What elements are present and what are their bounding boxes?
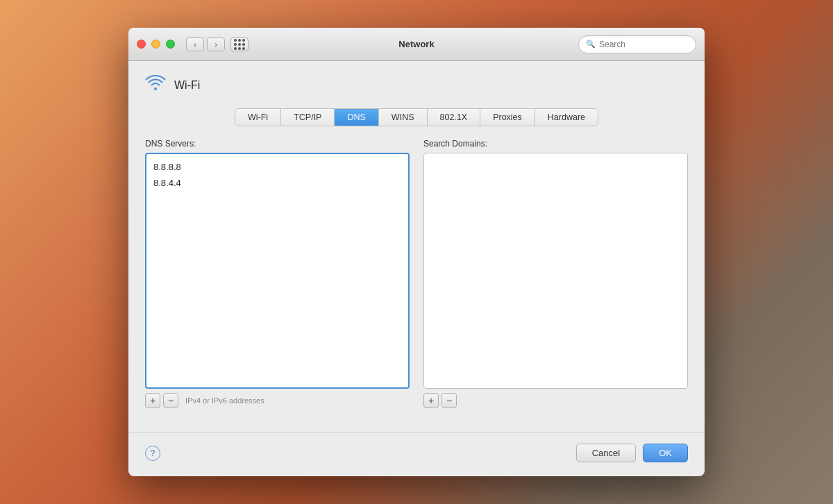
- dns-remove-button[interactable]: −: [163, 393, 178, 408]
- tab-wins[interactable]: WINS: [379, 109, 428, 126]
- search-remove-button[interactable]: −: [441, 393, 457, 408]
- help-button[interactable]: ?: [145, 446, 160, 461]
- list-item: 8.8.8.8: [152, 160, 403, 176]
- maximize-button[interactable]: [166, 40, 175, 49]
- main-content: Wi-Fi Wi-Fi TCP/IP DNS WINS 802.1X Proxi…: [128, 61, 705, 425]
- wifi-icon: [145, 75, 166, 96]
- dns-servers-list[interactable]: 8.8.8.8 8.8.4.4: [145, 153, 410, 389]
- search-domains-controls: + −: [423, 393, 688, 408]
- tab-tcpip[interactable]: TCP/IP: [281, 109, 335, 126]
- dns-servers-label: DNS Servers:: [145, 139, 410, 149]
- dns-servers-controls: + − IPv4 or IPv6 addresses: [145, 393, 410, 408]
- panels: DNS Servers: 8.8.8.8 8.8.4.4 + − IPv4 or…: [145, 139, 688, 408]
- tab-bar: Wi-Fi TCP/IP DNS WINS 802.1X Proxies Har…: [235, 108, 598, 126]
- tab-hardware[interactable]: Hardware: [535, 109, 598, 126]
- bottom-bar: ? Cancel OK: [128, 432, 705, 476]
- search-domains-label: Search Domains:: [423, 139, 688, 149]
- tab-proxies[interactable]: Proxies: [480, 109, 535, 126]
- dns-servers-panel: DNS Servers: 8.8.8.8 8.8.4.4 + − IPv4 or…: [145, 139, 410, 408]
- search-add-button[interactable]: +: [423, 393, 439, 408]
- grid-view-button[interactable]: [230, 37, 249, 51]
- traffic-lights: [137, 40, 175, 49]
- tab-wifi[interactable]: Wi-Fi: [235, 109, 281, 126]
- wifi-label: Wi-Fi: [174, 79, 200, 92]
- back-button[interactable]: ‹: [186, 37, 204, 51]
- network-window: ‹ › Network 🔍: [128, 28, 705, 476]
- search-icon: 🔍: [586, 40, 596, 49]
- grid-icon: [234, 39, 245, 50]
- nav-buttons: ‹ ›: [186, 37, 225, 51]
- wifi-header: Wi-Fi: [145, 75, 688, 96]
- minimize-button[interactable]: [151, 40, 160, 49]
- ok-button[interactable]: OK: [643, 444, 688, 462]
- cancel-button[interactable]: Cancel: [576, 444, 636, 462]
- search-domains-list[interactable]: [423, 153, 688, 389]
- dns-hint: IPv4 or IPv6 addresses: [185, 396, 264, 405]
- search-bar[interactable]: 🔍: [578, 35, 696, 53]
- tab-dns[interactable]: DNS: [335, 109, 378, 126]
- titlebar: ‹ › Network 🔍: [128, 28, 705, 61]
- tab-8021x[interactable]: 802.1X: [428, 109, 481, 126]
- forward-button[interactable]: ›: [207, 37, 225, 51]
- list-item: 8.8.4.4: [152, 176, 403, 192]
- window-title: Network: [398, 39, 434, 49]
- search-domains-panel: Search Domains: + −: [423, 139, 688, 408]
- search-input[interactable]: [599, 40, 689, 49]
- close-button[interactable]: [137, 40, 146, 49]
- dns-add-button[interactable]: +: [145, 393, 160, 408]
